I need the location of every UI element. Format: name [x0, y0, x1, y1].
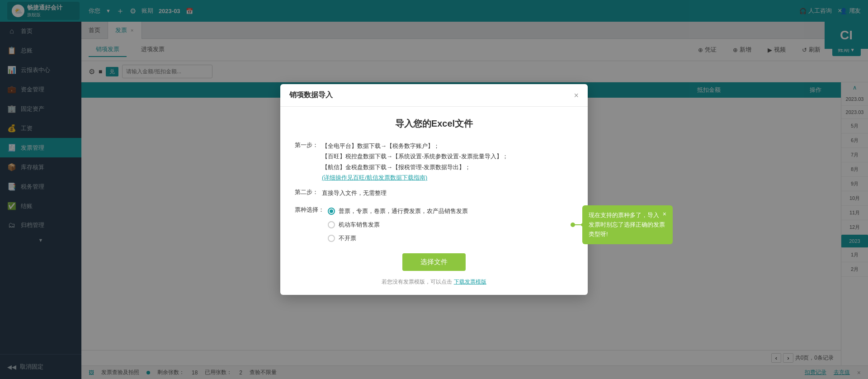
tooltip-close-icon[interactable]: × — [663, 211, 666, 217]
radio-motor-circle[interactable] — [328, 221, 335, 228]
download-template-link[interactable]: 下载发票模版 — [454, 279, 486, 285]
tooltip-bubble: × 现在支持的票种多了，导入发票时别忘了选择正确的发票类型呀! — [582, 205, 673, 244]
radio-option-normal[interactable]: 普票，专票，卷票，通行费发票，农产品销售发票 — [328, 207, 468, 215]
step1-link[interactable]: (详细操作见百旺/航信发票数据下载指南) — [322, 172, 508, 183]
ticket-label: 票种选择： — [295, 205, 324, 214]
radio-option-motor[interactable]: 机动车销售发票 — [328, 221, 468, 229]
modal-title: 销项数据导入 — [289, 90, 333, 100]
radio-group: 普票，专票，卷票，通行费发票，农产品销售发票 机动车销售发票 不开票 — [328, 207, 468, 242]
step2-content: 直接导入文件，无需整理 — [322, 188, 387, 198]
radio-motor-label: 机动车销售发票 — [339, 221, 380, 229]
radio-option-noticket[interactable]: 不开票 — [328, 234, 468, 242]
modal-overlay: 销项数据导入 × 导入您的Excel文件 第一步： 【全电平台】数据下载→【税务… — [0, 0, 868, 379]
template-text: 若您没有发票模版，可以点击 — [382, 279, 452, 285]
radio-normal-label: 普票，专票，卷票，通行费发票，农产品销售发票 — [339, 207, 468, 215]
modal-header: 销项数据导入 × — [280, 84, 588, 107]
step1-content: 【全电平台】数据下载→【税务数字账户】； 【百旺】税控盘数据下载→【系统设置-系… — [322, 141, 508, 183]
modal-body: 导入您的Excel文件 第一步： 【全电平台】数据下载→【税务数字账户】； 【百… — [280, 107, 588, 295]
step2-label: 第二步： — [295, 188, 318, 196]
step1-label: 第一步： — [295, 141, 318, 149]
select-file-button[interactable]: 选择文件 — [402, 253, 466, 271]
template-row: 若您没有发票模版，可以点击 下载发票模版 — [295, 278, 573, 286]
step1-line-1: 【百旺】税控盘数据下载→【系统设置-系统参数设置-发票批量导入】； — [322, 151, 508, 161]
step1-line-0: 【全电平台】数据下载→【税务数字账户】； — [322, 141, 508, 151]
ticket-row: 票种选择： 普票，专票，卷票，通行费发票，农产品销售发票 机动车销售发票 不开票 — [295, 205, 573, 242]
step1-line-2: 【航信】金税盘数据下载→【报税管理-发票数据导出】； — [322, 162, 508, 172]
step2-row: 第二步： 直接导入文件，无需整理 — [295, 188, 573, 198]
radio-noticket-label: 不开票 — [339, 234, 356, 242]
modal-main-title: 导入您的Excel文件 — [295, 118, 573, 130]
step1-row: 第一步： 【全电平台】数据下载→【税务数字账户】； 【百旺】税控盘数据下载→【系… — [295, 141, 573, 183]
radio-noticket-circle[interactable] — [328, 235, 335, 242]
modal-close-button[interactable]: × — [574, 91, 579, 99]
tooltip-line — [573, 224, 582, 225]
radio-normal-circle[interactable] — [328, 208, 335, 215]
modal-dialog: 销项数据导入 × 导入您的Excel文件 第一步： 【全电平台】数据下载→【税务… — [280, 84, 588, 295]
tooltip-text: 现在支持的票种多了，导入发票时别忘了选择正确的发票类型呀! — [589, 212, 665, 237]
